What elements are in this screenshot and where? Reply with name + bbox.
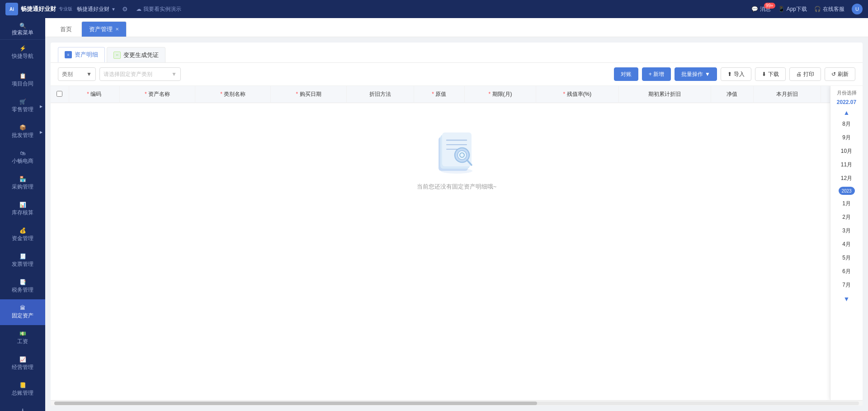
basic-icon: ℹ — [22, 408, 24, 411]
top-right-actions: 💬 消息 99+ 📱 App下载 🎧 在线客服 U — [751, 4, 863, 14]
batch-button[interactable]: 批量操作 ▼ — [675, 67, 717, 81]
empty-message: 当前您还没有固定资产明细哦~ — [417, 183, 497, 191]
toolbar: 类别 ▼ 请选择固定资产类别 ▼ 对账 + 新增 批量操作 ▼ — [51, 63, 863, 86]
month-panel-header: 月份选择 — [835, 86, 859, 98]
filter-down-icon: ▼ — [171, 71, 177, 77]
sidebar-item-ecommerce[interactable]: 🛍 小畅电商 — [0, 145, 45, 170]
month-item-6[interactable]: 6月 — [834, 265, 860, 278]
table-wrapper: 编码 资产名称 类别名称 购买日期 折旧方法 原值 期限(月) 残值率(%) 期… — [51, 86, 863, 400]
sidebar-item-tax[interactable]: 📑 税务管理 — [0, 274, 45, 299]
sub-tab-voucher[interactable]: ↔ 变更生成凭证 — [107, 47, 165, 62]
refresh-icon: ↺ — [831, 71, 836, 77]
online-service-btn[interactable]: 🎧 在线客服 — [814, 5, 844, 13]
wholesale-arrow-icon: ▶ — [40, 130, 42, 134]
add-button[interactable]: + 新增 — [642, 67, 671, 81]
assets-label: 固定资产 — [12, 312, 33, 320]
svg-point-8 — [458, 151, 467, 160]
retail-label: 零售管理 — [12, 106, 33, 113]
tab-assets[interactable]: 资产管理 ✕ — [81, 21, 127, 37]
user-avatar[interactable]: U — [852, 4, 863, 14]
sidebar-item-salary[interactable]: 💵 工资 — [0, 325, 45, 351]
project-icon: 📋 — [19, 73, 26, 79]
sub-tab-detail[interactable]: ≡ 资产明细 — [58, 47, 105, 62]
download-label: 下载 — [768, 71, 779, 78]
import-button[interactable]: ⬆ 导入 — [721, 67, 751, 81]
download-button[interactable]: ⬇ 下载 — [755, 67, 786, 81]
month-item-2[interactable]: 2月 — [834, 211, 860, 223]
sidebar-item-basic[interactable]: ℹ 基础信息 — [0, 402, 45, 411]
demo-btn[interactable]: ☁ 我要看实例演示 — [136, 5, 181, 13]
sidebar-item-inventory[interactable]: 📊 库存核算 — [0, 196, 45, 222]
tab-home[interactable]: 首页 — [52, 21, 80, 37]
month-panel: 月份选择 2022.07 ▲ 8月 9月 10月 11月 12月 2023 1月… — [830, 86, 863, 400]
sidebar-item-wholesale[interactable]: 📦 批发管理 ▶ — [0, 119, 45, 145]
import-icon: ⬆ — [727, 71, 732, 77]
message-btn[interactable]: 💬 消息 99+ — [751, 5, 771, 13]
select-all-checkbox[interactable] — [57, 91, 62, 97]
sidebar-item-finance[interactable]: 💰 资金管理 — [0, 222, 45, 248]
month-item-9[interactable]: 9月 — [834, 131, 860, 144]
sidebar-item-purchase[interactable]: 🏪 采购管理 — [0, 170, 45, 196]
top-bar: Ai 畅捷通好业财 专业版 畅捷通好业财 ▼ ⚙ ☁ 我要看实例演示 💬 消息 … — [0, 0, 868, 18]
message-badge: 99+ — [764, 3, 775, 9]
tab-close-icon[interactable]: ✕ — [115, 27, 119, 32]
print-button[interactable]: 🖨 打印 — [789, 67, 821, 81]
reconcile-button[interactable]: 对账 — [614, 67, 638, 81]
month-down-nav[interactable]: ▼ — [842, 293, 852, 304]
invoice-icon: 🧾 — [19, 253, 26, 260]
company-selector[interactable]: 畅捷通好业财 ▼ — [77, 5, 116, 13]
operations-icon: 📈 — [19, 356, 26, 363]
month-item-1[interactable]: 1月 — [834, 197, 860, 210]
company-name: 畅捷通好业财 — [77, 5, 109, 13]
month-item-10[interactable]: 10月 — [834, 145, 860, 157]
sidebar-search[interactable]: 🔍 搜索菜单 — [0, 18, 45, 40]
sidebar-item-invoice[interactable]: 🧾 发票管理 — [0, 248, 45, 274]
sidebar-item-assets[interactable]: 🏛 固定资产 — [0, 299, 45, 325]
sidebar-item-nav[interactable]: ⚡ 快捷导航 — [0, 40, 45, 66]
sidebar-item-retail[interactable]: 🛒 零售管理 ▶ — [0, 93, 45, 119]
salary-icon: 💵 — [19, 331, 26, 337]
sub-tab-voucher-label: 变更生成凭证 — [123, 51, 159, 59]
sidebar-item-operations[interactable]: 📈 经营管理 — [0, 351, 45, 377]
sidebar-item-ledger[interactable]: 📒 总账管理 — [0, 377, 45, 402]
page-content: ≡ 资产明细 ↔ 变更生成凭证 类别 ▼ 请选择固定资产类别 ▼ — [51, 43, 863, 406]
assets-icon: 🏛 — [20, 305, 25, 311]
month-item-12[interactable]: 12月 — [834, 172, 860, 184]
project-label: 项目合同 — [12, 80, 33, 88]
month-item-5[interactable]: 5月 — [834, 251, 860, 264]
month-item-7[interactable]: 7月 — [834, 279, 860, 291]
th-category: 类别名称 — [195, 86, 271, 103]
category-input[interactable]: 请选择固定资产类别 ▼ — [99, 67, 181, 81]
category-filter-label: 类别 — [62, 71, 73, 78]
th-name: 资产名称 — [119, 86, 195, 103]
month-item-4[interactable]: 4月 — [834, 238, 860, 250]
tax-icon: 📑 — [19, 279, 26, 285]
app-download-label: App下载 — [787, 5, 807, 13]
th-original-value: 原值 — [414, 86, 464, 103]
sidebar-item-project[interactable]: 📋 项目合同 — [0, 67, 45, 93]
bottom-scrollbar[interactable] — [51, 400, 863, 406]
batch-chevron-icon: ▼ — [705, 71, 710, 77]
assets-table: 编码 资产名称 类别名称 购买日期 折旧方法 原值 期限(月) 残值率(%) 期… — [51, 86, 863, 218]
th-depreciation-method: 折旧方法 — [346, 86, 414, 103]
filter-chevron-icon: ▼ — [86, 71, 92, 77]
empty-state: 当前您还没有固定资产明细哦~ — [51, 103, 863, 218]
purchase-icon: 🏪 — [19, 176, 26, 182]
message-icon: 💬 — [751, 6, 758, 12]
month-item-3[interactable]: 3月 — [834, 224, 860, 237]
month-current-year[interactable]: 2022.07 — [835, 98, 858, 108]
ecommerce-icon: 🛍 — [20, 150, 25, 156]
month-item-8[interactable]: 8月 — [834, 118, 860, 130]
category-filter-select[interactable]: 类别 ▼ — [58, 67, 96, 81]
month-up-nav[interactable]: ▲ — [843, 108, 851, 117]
retail-icon: 🛒 — [19, 99, 26, 105]
app-download-btn[interactable]: 📱 App下载 — [778, 5, 807, 13]
settings-icon[interactable]: ⚙ — [122, 5, 128, 13]
refresh-button[interactable]: ↺ 刷新 — [825, 67, 855, 81]
add-label: + 新增 — [649, 71, 664, 78]
inventory-label: 库存核算 — [12, 209, 33, 217]
th-net-value: 净值 — [711, 86, 753, 103]
list-icon: ≡ — [65, 51, 72, 58]
scroll-track — [54, 402, 859, 405]
month-item-11[interactable]: 11月 — [834, 158, 860, 171]
